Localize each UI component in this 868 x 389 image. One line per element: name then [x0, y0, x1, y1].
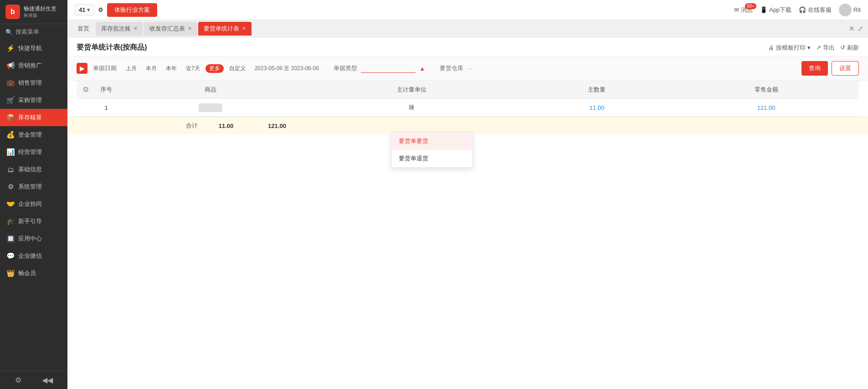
- system-icon: ⚙: [6, 183, 15, 191]
- sidebar-item-system[interactable]: ⚙ 系统管理: [0, 178, 67, 195]
- date-this-year[interactable]: 本年: [162, 64, 180, 73]
- sales-icon: 💼: [6, 79, 15, 87]
- sidebar-item-operation[interactable]: 📊 经营管理: [0, 143, 67, 161]
- row-quantity-cell: 11.00: [520, 99, 673, 117]
- tabs-controls: ✕ ⤢: [849, 25, 863, 33]
- sidebar-item-inventory[interactable]: 📦 库存核算: [0, 109, 67, 126]
- sidebar-item-wechat[interactable]: 💬 企业微信: [0, 247, 67, 265]
- trial-button[interactable]: 体验行业方案: [107, 3, 157, 17]
- sidebar-item-finance[interactable]: 💰 资金管理: [0, 126, 67, 143]
- topbar: 41 ▾ ⚙ 体验行业方案 ✉ 消息 99+ 📱 App下载 🎧 在线客服 R: [67, 0, 868, 20]
- type-selected-value[interactable]: [361, 64, 416, 73]
- type-dropdown-arrow[interactable]: ▲: [419, 65, 425, 72]
- tab-home[interactable]: 首页: [72, 22, 95, 36]
- tab-summary[interactable]: 收发存汇总表 ✕: [144, 22, 197, 36]
- th-product: 商品: [118, 81, 303, 99]
- sidebar-item-purchase[interactable]: 🛒 采购管理: [0, 92, 67, 109]
- purchase-icon: 🛒: [6, 96, 15, 104]
- date-more-btn[interactable]: 更多: [205, 64, 224, 73]
- sidebar-logo: b 畅捷通好生意 标准版: [0, 0, 67, 24]
- date-last-7days[interactable]: 近7天: [182, 64, 204, 73]
- export-icon: ↗: [816, 44, 821, 51]
- sidebar-item-sales[interactable]: 💼 销售管理: [0, 74, 67, 92]
- sidebar-item-cooperation[interactable]: 🤝 企业协同: [0, 195, 67, 213]
- sidebar-collapse-icon[interactable]: ◀◀: [42, 376, 53, 384]
- table-wrapper: ⚙ 序号 商品 主计量单位 主数量 零售金额 1: [67, 81, 868, 117]
- company-selector[interactable]: 41 ▾: [75, 4, 94, 15]
- sidebar-footer: ⚙ ◀◀: [0, 371, 67, 389]
- filter-expand-button[interactable]: ▶: [77, 63, 87, 74]
- row-amount-cell: 121.00: [673, 99, 859, 117]
- filter-settings-button[interactable]: 设置: [832, 61, 859, 76]
- tab-close-all-icon[interactable]: ✕: [849, 25, 855, 33]
- quantity-link[interactable]: 11.00: [590, 104, 605, 111]
- date-custom[interactable]: 自定义: [226, 64, 249, 73]
- search-menu[interactable]: 🔍 搜索菜单: [0, 24, 67, 40]
- online-service-button[interactable]: 🎧 在线客服: [799, 6, 832, 14]
- footer-label: 合计: [186, 122, 198, 130]
- type-filter-group: 单据类型 ▲: [334, 64, 425, 73]
- page-title: 要货单统计表(按商品): [77, 43, 147, 52]
- export-button[interactable]: ↗ 导出: [816, 44, 835, 52]
- tab-close-order-stat[interactable]: ✕: [242, 26, 246, 31]
- th-unit: 主计量单位: [303, 81, 520, 99]
- print-button[interactable]: 🖨 按模板打印 ▾: [768, 44, 811, 52]
- amount-link[interactable]: 121.00: [757, 104, 776, 111]
- settings-icon[interactable]: ⚙: [98, 6, 103, 13]
- footer-quantity: 11.00: [203, 123, 249, 129]
- sidebar-item-quick-nav[interactable]: ⚡ 快捷导航: [0, 40, 67, 57]
- sidebar-item-basic[interactable]: 🗂 基础信息: [0, 161, 67, 178]
- footer-amount: 121.00: [254, 123, 300, 129]
- th-settings: ⚙: [77, 81, 95, 99]
- tab-close-batch[interactable]: ✕: [134, 26, 138, 31]
- logo-text: 畅捷通好生意 标准版: [24, 5, 56, 19]
- tabs-bar: 首页 库存批次账 ✕ 收发存汇总表 ✕ 要货单统计表 ✕ ✕ ⤢: [67, 20, 868, 37]
- date-this-month[interactable]: 本月: [142, 64, 160, 73]
- sidebar: b 畅捷通好生意 标准版 🔍 搜索菜单 ⚡ 快捷导航 📢 营销推广 💼 销售管理…: [0, 0, 67, 389]
- cooperation-icon: 🤝: [6, 200, 15, 208]
- warehouse-more-icon[interactable]: ···: [467, 65, 472, 72]
- query-button[interactable]: 查询: [801, 61, 828, 76]
- sidebar-nav: ⚡ 快捷导航 📢 营销推广 💼 销售管理 🛒 采购管理 📦 库存核算 💰 资金管…: [0, 40, 67, 371]
- date-last-month[interactable]: 上月: [122, 64, 140, 73]
- date-filter-group: 上月 本月 本年 近7天 更多 自定义: [122, 64, 249, 73]
- th-quantity: 主数量: [520, 81, 673, 99]
- message-icon: ✉: [734, 6, 739, 13]
- finance-icon: 💰: [6, 131, 15, 139]
- tab-order-stat[interactable]: 要货单统计表 ✕: [198, 22, 252, 36]
- row-settings-cell: [77, 99, 95, 117]
- dropdown-item-order-return[interactable]: 要货单退货: [391, 150, 473, 167]
- message-button[interactable]: ✉ 消息 99+: [734, 6, 753, 14]
- page-content: 要货单统计表(按商品) 🖨 按模板打印 ▾ ↗ 导出 ↺ 刷新 ▶: [67, 37, 868, 389]
- tab-batch[interactable]: 库存批次账 ✕: [96, 22, 143, 36]
- print-icon: 🖨: [768, 44, 774, 51]
- sidebar-item-guide[interactable]: 🎓 新手引导: [0, 213, 67, 230]
- headset-icon: 🎧: [799, 6, 806, 13]
- search-icon: 🔍: [5, 29, 13, 36]
- tab-expand-icon[interactable]: ⤢: [858, 25, 863, 33]
- table-row: 1 块 11.00 121.00: [77, 99, 859, 117]
- apps-icon: 🔲: [6, 235, 15, 243]
- dropdown-item-order-goods[interactable]: 要货单要货: [391, 133, 473, 150]
- warehouse-filter-group: 要货仓库 ···: [440, 64, 472, 72]
- tab-close-summary[interactable]: ✕: [188, 26, 192, 31]
- table-settings-icon[interactable]: ⚙: [82, 86, 89, 93]
- sidebar-item-apps[interactable]: 🔲 应用中心: [0, 230, 67, 247]
- sidebar-settings-icon[interactable]: ⚙: [15, 376, 21, 384]
- sidebar-item-marketing[interactable]: 📢 营销推广: [0, 57, 67, 74]
- product-name-placeholder: [199, 103, 222, 112]
- operation-icon: 📊: [6, 148, 15, 156]
- sidebar-item-vip[interactable]: 👑 畅会员: [0, 265, 67, 282]
- vip-icon: 👑: [6, 269, 15, 277]
- row-product-cell: [118, 99, 303, 117]
- quick-nav-icon: ⚡: [6, 44, 15, 52]
- topbar-left: 41 ▾ ⚙ 体验行业方案: [75, 3, 157, 17]
- th-index: 序号: [95, 81, 118, 99]
- logo-icon: b: [5, 5, 20, 19]
- warehouse-label: 要货仓库: [440, 64, 463, 72]
- user-avatar[interactable]: Rit: [839, 4, 861, 16]
- app-download-button[interactable]: 📱 App下载: [760, 6, 791, 14]
- filter-bar: ▶ 单据日期 上月 本月 本年 近7天 更多 自定义 2023-05-06 至 …: [67, 56, 868, 81]
- refresh-button[interactable]: ↺ 刷新: [840, 44, 859, 52]
- inventory-icon: 📦: [6, 113, 15, 122]
